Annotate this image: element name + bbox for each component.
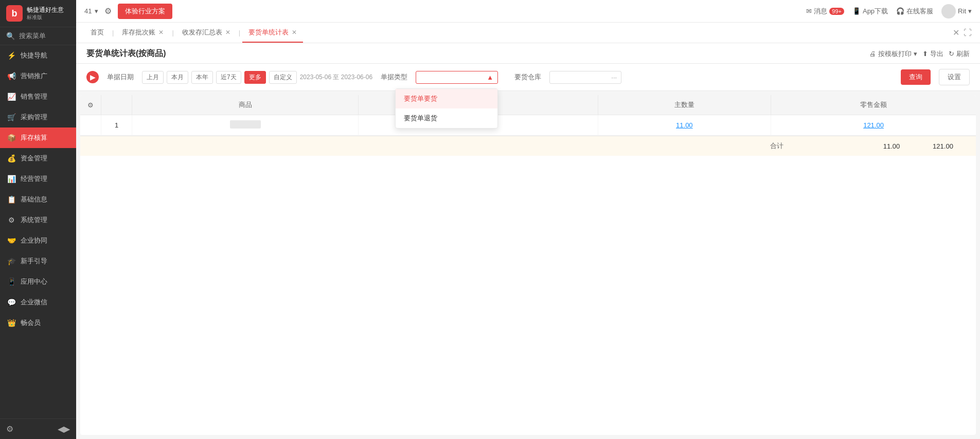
btn-refresh[interactable]: ↻ 刷新 bbox=[949, 49, 970, 59]
messages-item[interactable]: ✉ 消息 99+ bbox=[806, 7, 844, 16]
sidebar-item-system[interactable]: ⚙ 系统管理 bbox=[0, 210, 76, 230]
tab-recv-summary[interactable]: 收发存汇总表 ✕ bbox=[176, 23, 237, 43]
warehouse-label: 要货仓库 bbox=[514, 72, 541, 82]
date-range-text: 2023-05-06 至 2023-06-06 bbox=[300, 73, 372, 82]
user-item[interactable]: Rit ▾ bbox=[941, 4, 972, 19]
date-btn-more[interactable]: 更多 bbox=[244, 71, 266, 84]
demo-btn[interactable]: 体验行业方案 bbox=[118, 4, 172, 19]
collab-icon: 🤝 bbox=[6, 235, 16, 246]
headset-icon: 🎧 bbox=[896, 7, 904, 15]
row-amount-cell: 121.00 bbox=[771, 115, 976, 136]
query-btn[interactable]: 查询 bbox=[901, 69, 931, 85]
date-btn-this-year[interactable]: 本年 bbox=[191, 71, 213, 84]
sidebar-search-label: 搜索菜单 bbox=[19, 31, 46, 41]
sidebar-item-basic[interactable]: 📋 基础信息 bbox=[0, 189, 76, 210]
sidebar-item-operation[interactable]: 📊 经营管理 bbox=[0, 169, 76, 189]
topbar-gear-icon[interactable]: ⚙ bbox=[104, 6, 112, 16]
filter-date-group: 上月 本月 本年 近7天 更多 自定义 2023-05-06 至 2023-06… bbox=[142, 71, 372, 84]
tab-expand-icon[interactable]: ⛶ bbox=[964, 28, 972, 38]
chevron-down-icon: ▾ bbox=[95, 7, 98, 15]
date-btn-custom[interactable]: 自定义 bbox=[269, 71, 297, 84]
page-content: 要货单统计表(按商品) 🖨 按模板打印 ▾ ⬆ 导出 ↻ 刷新 ▶ bbox=[76, 43, 980, 439]
table-area: ⚙ 商品 主计量单位 主数量 零售金额 bbox=[80, 95, 976, 435]
user-chevron-icon: ▾ bbox=[968, 7, 972, 15]
footer-total-qty: 11.00 bbox=[866, 142, 917, 150]
settings-icon[interactable]: ⚙ bbox=[6, 424, 13, 434]
data-table: ⚙ 商品 主计量单位 主数量 零售金额 bbox=[80, 95, 976, 136]
tab-order-stats-label: 要货单统计表 bbox=[248, 28, 289, 37]
dropdown-item-order-return[interactable]: 要货单退货 bbox=[396, 108, 497, 128]
topbar-left: 41 ▾ ⚙ 体验行业方案 bbox=[84, 4, 172, 19]
topbar-right: ✉ 消息 99+ 📱 App下载 🎧 在线客服 Rit ▾ bbox=[806, 4, 972, 19]
sidebar-item-member[interactable]: 👑 畅会员 bbox=[0, 313, 76, 333]
logo-name: 畅捷通好生意 bbox=[27, 6, 64, 14]
inventory-icon: 📦 bbox=[6, 133, 16, 143]
finance-icon: 💰 bbox=[6, 153, 16, 163]
online-service-item[interactable]: 🎧 在线客服 bbox=[896, 7, 933, 16]
tab-close-all-icon[interactable]: ✕ bbox=[953, 28, 959, 38]
tab-home-label: 首页 bbox=[91, 28, 104, 37]
member-icon: 👑 bbox=[6, 318, 16, 328]
sidebar-item-finance[interactable]: 💰 资金管理 bbox=[0, 148, 76, 169]
filter-type-select[interactable]: ▲ bbox=[416, 71, 498, 84]
wechat-icon: 💬 bbox=[6, 297, 16, 307]
user-avatar bbox=[941, 4, 956, 19]
tab-sep-1: | bbox=[112, 29, 114, 36]
chevron-down-icon: ▾ bbox=[914, 50, 917, 58]
filter-bar: ▶ 单据日期 上月 本月 本年 近7天 更多 自定义 2023-05-06 至 … bbox=[76, 64, 980, 91]
row-qty-cell: 11.00 bbox=[598, 115, 771, 136]
date-btn-7days[interactable]: 近7天 bbox=[216, 71, 241, 84]
btn-export[interactable]: ⬆ 导出 bbox=[922, 49, 943, 59]
tab-close-recv-summary[interactable]: ✕ bbox=[225, 29, 230, 36]
basic-icon: 📋 bbox=[6, 194, 16, 205]
main-content: 41 ▾ ⚙ 体验行业方案 ✉ 消息 99+ 📱 App下载 🎧 在线客服 R bbox=[76, 0, 980, 439]
sidebar-item-guide[interactable]: 🎓 新手引导 bbox=[0, 251, 76, 271]
topbar: 41 ▾ ⚙ 体验行业方案 ✉ 消息 99+ 📱 App下载 🎧 在线客服 R bbox=[76, 0, 980, 23]
date-btn-this-month[interactable]: 本月 bbox=[167, 71, 188, 84]
export-icon: ⬆ bbox=[922, 50, 928, 58]
sidebar-item-quick-nav[interactable]: ⚡ 快捷导航 bbox=[0, 45, 76, 66]
sidebar-bottom: ⚙ ◀▶ bbox=[0, 418, 76, 439]
sidebar-item-inventory[interactable]: 📦 库存核算 bbox=[0, 127, 76, 148]
tab-close-inventory-batch[interactable]: ✕ bbox=[158, 29, 164, 36]
type-label: 单据类型 bbox=[381, 72, 407, 82]
system-icon: ⚙ bbox=[6, 215, 16, 225]
tab-sep-3: | bbox=[239, 29, 240, 36]
tab-home[interactable]: 首页 bbox=[84, 23, 110, 43]
sidebar-item-wechat[interactable]: 💬 企业微信 bbox=[0, 292, 76, 313]
col-qty: 主数量 bbox=[598, 95, 771, 115]
sidebar-item-marketing[interactable]: 📢 营销推广 bbox=[0, 66, 76, 86]
tab-order-stats[interactable]: 要货单统计表 ✕ bbox=[242, 23, 303, 43]
app-download-item[interactable]: 📱 App下载 bbox=[852, 7, 888, 16]
sidebar-search[interactable]: 🔍 搜索菜单 bbox=[0, 27, 76, 45]
chevron-up-icon: ▲ bbox=[487, 74, 493, 81]
selector-num: 41 bbox=[84, 7, 92, 15]
messages-badge: 99+ bbox=[829, 8, 844, 15]
tab-inventory-batch[interactable]: 库存批次账 ✕ bbox=[116, 23, 170, 43]
filter-expand-btn[interactable]: ▶ bbox=[86, 71, 99, 83]
app-center-icon: 📱 bbox=[6, 277, 16, 287]
messages-label: 消息 bbox=[814, 7, 827, 16]
col-settings[interactable]: ⚙ bbox=[80, 95, 101, 115]
btn-template-print[interactable]: 🖨 按模板打印 ▾ bbox=[869, 49, 917, 59]
setting-btn[interactable]: 设置 bbox=[939, 69, 970, 85]
user-name: Rit bbox=[958, 7, 966, 15]
dropdown-item-order-goods[interactable]: 要货单要货 bbox=[396, 89, 497, 108]
sidebar-item-app-center[interactable]: 📱 应用中心 bbox=[0, 271, 76, 292]
logo-sub: 标准版 bbox=[27, 14, 64, 21]
sidebar-nav: ⚡ 快捷导航 📢 营销推广 📈 销售管理 🛒 采购管理 📦 库存核算 💰 资金管… bbox=[0, 45, 76, 418]
collapse-icon[interactable]: ◀▶ bbox=[58, 424, 70, 434]
online-service-label: 在线客服 bbox=[906, 7, 933, 16]
tabs-bar: 首页 | 库存批次账 ✕ | 收发存汇总表 ✕ | 要货单统计表 ✕ ✕ ⛶ bbox=[76, 23, 980, 43]
date-btn-last-month[interactable]: 上月 bbox=[142, 71, 164, 84]
type-dropdown: 要货单要货 要货单退货 bbox=[395, 88, 498, 129]
table-settings-icon[interactable]: ⚙ bbox=[87, 101, 94, 109]
warehouse-input[interactable]: ··· bbox=[549, 71, 621, 84]
page-title: 要货单统计表(按商品) bbox=[86, 48, 166, 59]
sidebar-item-sales[interactable]: 📈 销售管理 bbox=[0, 86, 76, 107]
sidebar-item-collab[interactable]: 🤝 企业协同 bbox=[0, 230, 76, 251]
sidebar-item-purchase[interactable]: 🛒 采购管理 bbox=[0, 107, 76, 127]
date-label: 单据日期 bbox=[107, 72, 134, 82]
company-selector[interactable]: 41 ▾ bbox=[84, 7, 98, 15]
tab-close-order-stats[interactable]: ✕ bbox=[292, 29, 297, 36]
